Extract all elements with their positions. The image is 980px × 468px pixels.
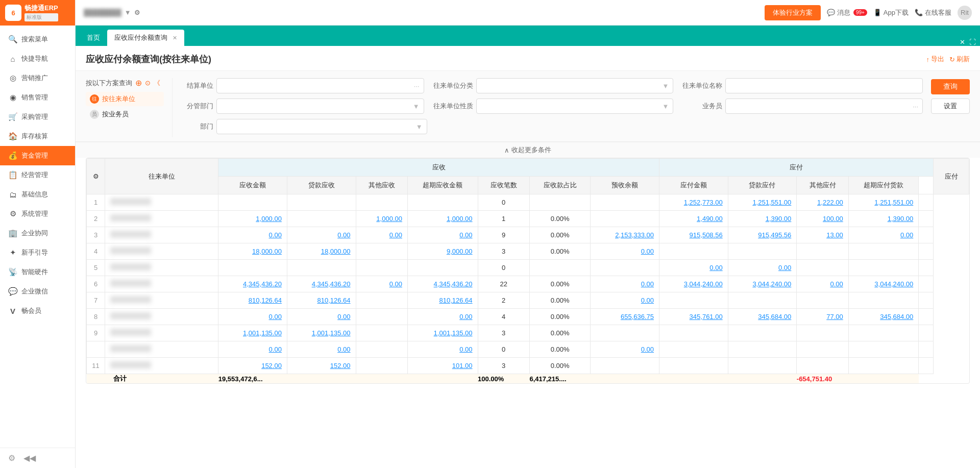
ap_other-cell[interactable]: 0.00 (797, 276, 848, 292)
chevron-down-icon[interactable]: ▼ (125, 9, 131, 16)
scheme-by-partner[interactable]: 往 按往来单位 (86, 92, 164, 106)
ar_loan-cell[interactable]: 152.00 (287, 358, 356, 374)
ap_other-cell[interactable]: 1,222.00 (797, 194, 848, 211)
ap_other-cell[interactable]: 13.00 (797, 227, 848, 243)
ar_amount-cell[interactable]: 18,000.00 (218, 243, 287, 260)
refresh-button[interactable]: ↻ 刷新 (949, 55, 970, 64)
settlement-unit-input[interactable]: ··· (216, 78, 424, 93)
dept-select[interactable]: ▼ (216, 119, 427, 134)
ar_other-cell[interactable]: 1,000.00 (356, 211, 407, 227)
ap_loan-cell[interactable]: 0.00 (728, 260, 797, 276)
ar_overdue-cell[interactable]: 9,000.00 (407, 243, 478, 260)
tab-ar-ap[interactable]: 应收应付余额查询 ✕ (107, 30, 184, 46)
manage-dept-select[interactable]: ▼ (216, 98, 424, 114)
ap_amount-cell[interactable]: 1,252,773.00 (659, 194, 728, 211)
customer-service-area[interactable]: 📞 在线客服 (915, 8, 951, 17)
partner-nature-select[interactable]: ▼ (476, 98, 674, 114)
ar_prepay-cell[interactable]: 0.00 (591, 292, 659, 309)
ap_amount-cell[interactable]: 915,508.56 (659, 227, 728, 243)
setting-button[interactable]: 设置 (931, 98, 970, 114)
table-settings-icon[interactable]: ⚙ (93, 173, 99, 180)
ap_loan-cell[interactable]: 915,495.56 (728, 227, 797, 243)
ar_prepay-cell[interactable]: 655,636.75 (591, 309, 659, 325)
scheme-by-salesperson[interactable]: 员 按业务员 (86, 107, 164, 121)
close-window-icon[interactable]: ✕ (960, 38, 965, 46)
partner-name-input[interactable] (725, 78, 923, 93)
sidebar-item-hardware[interactable]: 📡 智能硬件 (0, 262, 75, 282)
sidebar-item-purchase[interactable]: 🛒 采购管理 (0, 107, 75, 127)
sidebar-item-operation[interactable]: 📋 经营管理 (0, 165, 75, 185)
export-button[interactable]: ↑ 导出 (926, 55, 945, 64)
settings-icon[interactable]: ⚙ (8, 453, 15, 463)
settings-scheme-icon[interactable]: ⊙ (145, 79, 151, 87)
ar_amount-cell[interactable]: 152.00 (218, 358, 287, 374)
ar_loan-cell[interactable]: 0.00 (287, 341, 356, 358)
app-download-area[interactable]: 📱 App下载 (873, 8, 909, 17)
ar_overdue-cell[interactable]: 0.00 (407, 309, 478, 325)
ar_prepay-cell[interactable]: 0.00 (591, 276, 659, 292)
message-icon-area[interactable]: 💬 消息 99+ (827, 8, 867, 17)
sidebar-item-marketing[interactable]: ◎ 营销推广 (0, 68, 75, 88)
ap_overdue-cell[interactable]: 3,044,240.00 (848, 276, 919, 292)
ar_amount-cell[interactable]: 1,000.00 (218, 211, 287, 227)
sidebar-item-search[interactable]: 🔍 搜索菜单 (0, 30, 75, 49)
ar_prepay-cell[interactable]: 0.00 (591, 341, 659, 358)
tab-close-icon[interactable]: ✕ (173, 35, 177, 41)
ar_overdue-cell[interactable]: 0.00 (407, 227, 478, 243)
query-button[interactable]: 查询 (931, 79, 970, 94)
ar_amount-cell[interactable]: 0.00 (218, 227, 287, 243)
promo-button[interactable]: 体验行业方案 (765, 5, 821, 20)
ar_other-cell[interactable]: 0.00 (356, 276, 407, 292)
collapse-more-btn[interactable]: ∧ 收起更多条件 (76, 142, 980, 158)
ap_overdue-cell[interactable]: 345,684.00 (848, 309, 919, 325)
ar_loan-cell[interactable]: 810,126.64 (287, 292, 356, 309)
sidebar-item-basic[interactable]: 🗂 基础信息 (0, 185, 75, 204)
ap_loan-cell[interactable]: 345,684.00 (728, 309, 797, 325)
ap_amount-cell[interactable]: 0.00 (659, 260, 728, 276)
ar_loan-cell[interactable]: 0.00 (287, 309, 356, 325)
partner-category-select[interactable]: ▼ (476, 78, 674, 93)
ar_overdue-cell[interactable]: 810,126.64 (407, 292, 478, 309)
ar_prepay-cell[interactable]: 0.00 (591, 243, 659, 260)
sidebar-item-guide[interactable]: ✦ 新手引导 (0, 243, 75, 262)
ap_other-cell[interactable]: 77.00 (797, 309, 848, 325)
settings-col-header[interactable]: ⚙ (87, 159, 105, 194)
collapse-scheme-icon[interactable]: 《 (154, 79, 160, 88)
ar_amount-cell[interactable]: 0.00 (218, 341, 287, 358)
ap_amount-cell[interactable]: 1,490.00 (659, 211, 728, 227)
settings-btn[interactable]: ⚙ (134, 9, 140, 16)
sidebar-item-inventory[interactable]: 🏠 库存核算 (0, 127, 75, 146)
ar_other-cell[interactable]: 0.00 (356, 227, 407, 243)
ap_loan-cell[interactable]: 1,390.00 (728, 211, 797, 227)
ap_amount-cell[interactable]: 3,044,240.00 (659, 276, 728, 292)
ap_overdue-cell[interactable]: 0.00 (848, 227, 919, 243)
ap_overdue-cell[interactable]: 1,251,551.00 (848, 194, 919, 211)
sidebar-item-system[interactable]: ⚙ 系统管理 (0, 204, 75, 224)
ar_loan-cell[interactable]: 4,345,436.20 (287, 276, 356, 292)
sidebar-item-sales[interactable]: ◉ 销售管理 (0, 88, 75, 107)
ar_loan-cell[interactable]: 0.00 (287, 227, 356, 243)
ar_prepay-cell[interactable]: 2,153,333.00 (591, 227, 659, 243)
sidebar-item-member[interactable]: V 畅会员 (0, 301, 75, 321)
ar_overdue-cell[interactable]: 1,000.00 (407, 211, 478, 227)
expand-icon[interactable]: ⛶ (969, 38, 976, 46)
ar_amount-cell[interactable]: 1,001,135.00 (218, 325, 287, 341)
sidebar-item-quick[interactable]: ⌂ 快捷导航 (0, 49, 75, 68)
ar_loan-cell[interactable]: 1,001,135.00 (287, 325, 356, 341)
ar_overdue-cell[interactable]: 101.00 (407, 358, 478, 374)
ap_overdue-cell[interactable]: 1,390.00 (848, 211, 919, 227)
ar_amount-cell[interactable]: 810,126.64 (218, 292, 287, 309)
ar_overdue-cell[interactable]: 4,345,436.20 (407, 276, 478, 292)
ap_amount-cell[interactable]: 345,761.00 (659, 309, 728, 325)
ap_loan-cell[interactable]: 3,044,240.00 (728, 276, 797, 292)
ar_overdue-cell[interactable]: 0.00 (407, 341, 478, 358)
footer-ar-amount[interactable]: 19,553,472,6... (218, 374, 287, 384)
ar_loan-cell[interactable]: 18,000.00 (287, 243, 356, 260)
ar_amount-cell[interactable]: 4,345,436.20 (218, 276, 287, 292)
ap_other-cell[interactable]: 100.00 (797, 211, 848, 227)
sidebar-item-corp[interactable]: 🏢 企业协同 (0, 224, 75, 243)
tab-home[interactable]: 首页 (80, 30, 107, 46)
avatar[interactable]: Rit (958, 6, 972, 20)
salesperson-input[interactable]: ··· (725, 98, 923, 114)
sidebar-item-finance[interactable]: 💰 资金管理 (0, 146, 75, 165)
